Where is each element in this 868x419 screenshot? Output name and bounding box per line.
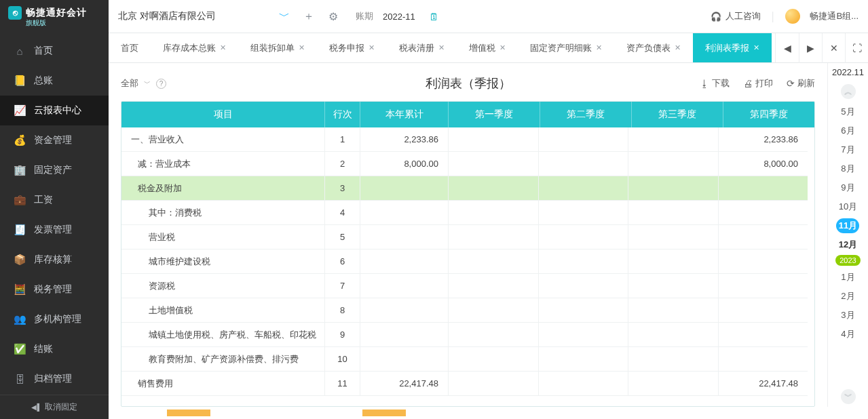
brand-name: 畅捷通好会计 [26,7,87,19]
nav-item-发票管理[interactable]: 🧾发票管理 [0,215,109,245]
nav-item-库存核算[interactable]: 📦库存核算 [0,245,109,275]
nav-item-云报表中心[interactable]: 📈云报表中心 [0,96,109,125]
table-row[interactable]: 减：营业成本28,000.008,000.00 [121,152,808,176]
cell-rownum: 9 [325,323,360,346]
col-q4: 第四季度 [723,102,814,127]
table-row[interactable]: 资源税7 [121,274,808,298]
nav-item-税务管理[interactable]: 🧮税务管理 [0,275,109,304]
nav-item-多机构管理[interactable]: 👥多机构管理 [0,304,109,334]
tab-税务申报[interactable]: 税务申报✕ [317,33,387,62]
tab-close-icon[interactable]: ✕ [369,43,375,52]
unpin-sidebar-button[interactable]: ◀▌ 取消固定 [0,395,109,419]
tab-close-icon[interactable]: ✕ [299,43,305,52]
tab-组装拆卸单[interactable]: 组装拆卸单✕ [238,33,317,62]
nav-item-固定资产[interactable]: 🏢固定资产 [0,155,109,185]
table-row[interactable]: 教育费附加、矿产资源补偿费、排污费10 [121,347,808,372]
period-calendar-icon[interactable]: 🗓 [429,11,439,22]
rail-scroll-up-button[interactable]: ︽ [841,84,856,99]
rail-month[interactable]: 9月 [836,180,859,195]
company-selector[interactable]: 北京 对啊酒店有限公司 [118,10,267,22]
rail-current-period[interactable]: 2022.11 [832,67,864,77]
brand-badge-icon: ⎋ [8,6,22,20]
tab-scroll-right-button[interactable]: ▶ [799,33,822,63]
add-icon[interactable]: ＋ [301,9,316,24]
report-table: 项目 行次 本年累计 第一季度 第二季度 第三季度 第四季度 一、营业收入12,… [121,101,815,407]
rail-month[interactable]: 2月 [836,289,859,304]
table-row[interactable]: 税金及附加3 [121,176,808,201]
table-row[interactable]: 销售费用1122,417.4822,417.48 [121,372,808,396]
download-button[interactable]: ⭳下载 [700,77,730,89]
tab-controls: ◀ ▶ ✕ ⛶ [775,33,868,62]
rail-scroll-down-button[interactable]: ︾ [841,389,856,404]
user-name[interactable]: 畅捷通B组... [810,10,858,22]
cell-rownum: 8 [325,298,360,322]
rail-month[interactable]: 7月 [836,142,859,157]
cell-q1 [449,176,539,200]
tab-增值税[interactable]: 增值税✕ [457,33,518,62]
cell-q2 [539,201,629,224]
col-q3: 第三季度 [632,102,723,127]
nav-item-结账[interactable]: ✅结账 [0,334,109,364]
tab-资产负债表[interactable]: 资产负债表✕ [614,33,693,62]
nav-label: 发票管理 [34,224,72,236]
headset-icon: 🎧 [711,12,721,22]
tab-close-icon[interactable]: ✕ [438,43,445,52]
cell-q1 [449,347,539,371]
rail-month[interactable]: 12月 [836,237,859,252]
nav-icon: 🧾 [14,224,26,236]
tab-首页[interactable]: 首页 [109,33,151,62]
tab-利润表季报[interactable]: 利润表季报✕ [693,33,772,62]
download-icon: ⭳ [700,78,709,89]
settings-gear-icon[interactable]: ⚙ [326,9,341,24]
tab-close-icon[interactable]: ✕ [499,43,506,52]
rail-month[interactable]: 11月 [836,218,859,233]
filter-dropdown[interactable]: 全部 ﹀ ? [121,77,166,89]
table-row[interactable]: 城市维护建设税6 [121,250,808,274]
bottom-strip [109,407,868,419]
cell-rownum: 7 [325,274,360,298]
tab-库存成本总账[interactable]: 库存成本总账✕ [151,33,238,62]
cell-q1 [449,274,539,298]
tab-close-icon[interactable]: ✕ [753,43,759,52]
rail-month[interactable]: 3月 [836,308,859,323]
nav-item-工资[interactable]: 💼工资 [0,185,109,215]
refresh-button[interactable]: ⟳刷新 [787,77,815,89]
nav-label: 归档管理 [34,373,72,385]
cell-q2 [539,152,629,176]
nav-item-总账[interactable]: 📒总账 [0,66,109,96]
table-body[interactable]: 一、营业收入12,233.862,233.86减：营业成本28,000.008,… [121,127,808,406]
rail-month[interactable]: 6月 [836,123,859,138]
table-row[interactable]: 一、营业收入12,233.862,233.86 [121,127,808,152]
table-row[interactable]: 其中：消费税4 [121,201,808,225]
print-button[interactable]: 🖨打印 [743,77,773,89]
cell-rownum: 1 [325,127,360,151]
tab-close-all-button[interactable]: ✕ [822,33,845,63]
period-value[interactable]: 2022-11 [383,12,415,22]
rail-month[interactable]: 1月 [836,270,859,285]
tab-scroll-left-button[interactable]: ◀ [776,33,799,63]
tab-税表清册[interactable]: 税表清册✕ [387,33,457,62]
table-row[interactable]: 城镇土地使用税、房产税、车船税、印花税9 [121,323,808,347]
rail-month[interactable]: 4月 [836,327,859,342]
human-consult-button[interactable]: 🎧 人工咨询 [711,10,761,22]
nav-label: 库存核算 [34,254,72,266]
rail-month[interactable]: 5月 [836,104,859,119]
rail-month[interactable]: 8月 [836,161,859,176]
user-avatar[interactable] [785,9,800,24]
tab-close-icon[interactable]: ✕ [596,43,602,52]
cell-q3 [628,176,719,200]
tab-fullscreen-button[interactable]: ⛶ [845,33,868,63]
table-row[interactable]: 土地增值税8 [121,298,808,323]
tab-close-icon[interactable]: ✕ [675,43,681,52]
table-row[interactable]: 营业税5 [121,225,808,250]
nav-item-资金管理[interactable]: 💰资金管理 [0,125,109,155]
filter-label: 全部 [121,77,138,89]
nav-item-归档管理[interactable]: 🗄归档管理 [0,364,109,394]
help-icon[interactable]: ? [156,79,166,89]
tab-close-icon[interactable]: ✕ [220,43,226,52]
company-dropdown-icon[interactable]: ﹀ [277,9,292,24]
nav-item-首页[interactable]: ⌂首页 [0,36,109,66]
tab-固定资产明细账[interactable]: 固定资产明细账✕ [518,33,614,62]
rail-month[interactable]: 10月 [836,199,859,214]
cell-q1 [449,372,539,395]
